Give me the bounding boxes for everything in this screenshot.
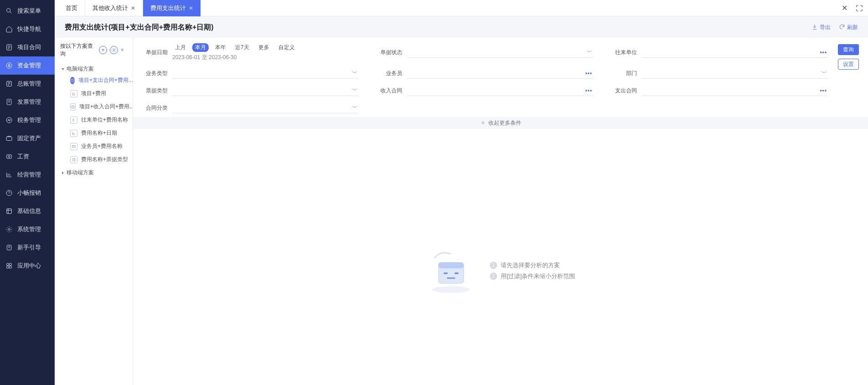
date-range-text: 2023-06-01 至 2023-06-30 xyxy=(172,54,359,61)
chevron-down-icon: ﹀ xyxy=(352,86,358,94)
collapse-filters-bar[interactable]: 收起更多条件 xyxy=(133,117,868,129)
filter-label: 收入合同 xyxy=(377,87,402,95)
sidebar-item-ledger[interactable]: 总账管理 xyxy=(0,75,55,93)
tabs-close-all[interactable]: ✕ xyxy=(839,3,850,14)
filter-contract_cat: 合同分类﹀ xyxy=(142,102,359,113)
filter-dept: 部门﹀ xyxy=(611,68,828,79)
export-button[interactable]: 导出 xyxy=(812,24,831,31)
empty-step-2: 2 用[过滤]条件来缩小分析范围 xyxy=(490,272,575,280)
contract_cat-select[interactable]: ﹀ xyxy=(172,102,359,113)
sidebar-item-search[interactable]: 搜索菜单 xyxy=(0,2,55,20)
sidebar-item-fixed-asset[interactable]: 固定资产 xyxy=(0,129,55,147)
collapse-filters-label: 收起更多条件 xyxy=(488,119,521,127)
filter-billtype: 票据类型﹀ xyxy=(142,85,359,96)
plan-item-0-6[interactable]: 费用名称+票据类型 xyxy=(55,153,133,166)
query-button[interactable]: 查询 xyxy=(838,44,859,55)
filter-label: 单据日期 xyxy=(142,49,168,56)
sidebar-item-baseinfo[interactable]: 基础信息 xyxy=(0,202,55,220)
salesman-lookup[interactable]: ••• xyxy=(407,68,593,79)
svg-rect-14 xyxy=(10,263,12,266)
filter-label: 往来单位 xyxy=(611,49,637,56)
refresh-button[interactable]: 刷新 xyxy=(839,24,858,31)
operation-icon xyxy=(5,171,13,178)
plan-item-icon xyxy=(70,103,76,111)
plan-item-0-3[interactable]: 往来单位+费用名称 xyxy=(55,113,133,127)
tab-0[interactable]: 其他收入统计✕ xyxy=(85,0,143,16)
sidebar-item-fund[interactable]: 资金管理 xyxy=(0,56,55,75)
expense_contract-lookup[interactable]: ••• xyxy=(642,85,828,96)
plan-item-0-1[interactable]: 项目+费用 xyxy=(55,87,133,100)
tax-icon xyxy=(5,117,13,124)
date-opt-近7天[interactable]: 近7天 xyxy=(232,43,252,52)
plan-head: 按以下方案查询 + « xyxy=(55,38,133,62)
sidebar-item-salary[interactable]: 工资 xyxy=(0,147,55,166)
date-opt-自定义[interactable]: 自定义 xyxy=(276,43,298,52)
add-plan-button[interactable]: + xyxy=(99,46,107,54)
chevron-icon xyxy=(62,172,64,174)
plan-group-1[interactable]: 移动端方案 xyxy=(55,166,133,177)
biztype-select[interactable]: ﹀ xyxy=(172,68,359,79)
page-title: 费用支出统计(项目+支出合同+费用名称+日期) xyxy=(65,23,214,32)
date-opt-本月[interactable]: 本月 xyxy=(192,43,209,52)
filter-label: 业务类型 xyxy=(142,70,168,77)
plan-collapse-button[interactable]: « xyxy=(121,46,128,54)
tab-home[interactable]: 首页 xyxy=(58,0,85,16)
billtype-select[interactable]: ﹀ xyxy=(172,85,359,96)
filter-date: 单据日期上月本月本年近7天更多自定义2023-06-01 至 2023-06-3… xyxy=(142,43,359,61)
sidebar-item-system[interactable]: 系统管理 xyxy=(0,220,55,238)
step-number-2: 2 xyxy=(490,273,497,280)
plan-item-0-0[interactable]: 项目+支出合同+费用... xyxy=(55,74,133,87)
sidebar-item-tax[interactable]: 税务管理 xyxy=(0,111,55,129)
settings-button[interactable]: 设置 xyxy=(838,59,859,70)
search-icon xyxy=(5,7,13,15)
svg-rect-19 xyxy=(72,106,74,108)
svg-rect-16 xyxy=(10,266,12,268)
refresh-label: 刷新 xyxy=(847,24,858,31)
ellipsis-icon: ••• xyxy=(820,87,827,94)
plan-item-0-2[interactable]: 项目+收入合同+费用... xyxy=(55,100,133,113)
empty-state: 1 请先选择要分析的方案 2 用[过滤]条件来缩小分析范围 xyxy=(133,129,868,385)
plan-item-label: 项目+收入合同+费用... xyxy=(79,103,133,111)
tab-close-icon[interactable]: ✕ xyxy=(131,5,135,11)
sidebar-item-guide[interactable]: 新手引导 xyxy=(0,238,55,257)
partner-lookup[interactable]: ••• xyxy=(642,47,828,58)
sidebar-item-quicknav[interactable]: 快捷导航 xyxy=(0,20,55,38)
date-opt-本年[interactable]: 本年 xyxy=(212,43,229,52)
sidebar-item-label: 资金管理 xyxy=(17,61,41,70)
tabs-bar: 首页其他收入统计✕费用支出统计✕ ✕ xyxy=(55,0,868,16)
date-opt-上月[interactable]: 上月 xyxy=(172,43,189,52)
empty-illustration xyxy=(426,246,476,296)
tab-label: 其他收入统计 xyxy=(92,4,128,12)
refresh-icon xyxy=(839,24,845,31)
plan-item-0-5[interactable]: 业务员+费用名称 xyxy=(55,140,133,153)
sidebar-item-invoice[interactable]: 发票管理 xyxy=(0,93,55,111)
sidebar-item-project-contract[interactable]: 项目合同 xyxy=(0,38,55,56)
sidebar-item-label: 搜索菜单 xyxy=(17,7,41,15)
status-select[interactable]: ﹀ xyxy=(407,47,593,58)
plan-settings-button[interactable] xyxy=(110,46,118,54)
plan-item-icon xyxy=(70,90,77,97)
salary-icon xyxy=(5,153,13,160)
sidebar-item-label: 固定资产 xyxy=(17,134,41,142)
sidebar-item-appcenter[interactable]: 应用中心 xyxy=(0,257,55,275)
filter-label: 单据状态 xyxy=(377,49,402,56)
filter-biztype: 业务类型﹀ xyxy=(142,68,359,79)
plan-item-label: 项目+支出合同+费用... xyxy=(78,76,133,84)
date-opt-更多[interactable]: 更多 xyxy=(256,43,272,52)
tab-close-icon[interactable]: ✕ xyxy=(189,5,193,11)
svg-rect-27 xyxy=(454,272,458,274)
chevron-down-icon: ﹀ xyxy=(587,48,592,56)
fullscreen-icon[interactable] xyxy=(855,4,863,12)
sidebar: 搜索菜单快捷导航项目合同资金管理总账管理发票管理税务管理固定资产工资经营管理小畅… xyxy=(0,0,55,385)
sidebar-item-label: 快捷导航 xyxy=(17,25,41,33)
sidebar-item-operation[interactable]: 经营管理 xyxy=(0,166,55,184)
plan-item-0-4[interactable]: 费用名称+日期 xyxy=(55,127,133,140)
filter-partner: 往来单位••• xyxy=(611,43,828,61)
sidebar-item-xiaochang[interactable]: 小畅报销 xyxy=(0,184,55,202)
svg-point-17 xyxy=(113,50,115,51)
dept-select[interactable]: ﹀ xyxy=(642,68,828,79)
filter-label: 合同分类 xyxy=(142,104,168,112)
income_contract-lookup[interactable]: ••• xyxy=(407,85,593,96)
plan-group-0[interactable]: 电脑端方案 xyxy=(55,62,133,74)
tab-1[interactable]: 费用支出统计✕ xyxy=(143,0,201,16)
